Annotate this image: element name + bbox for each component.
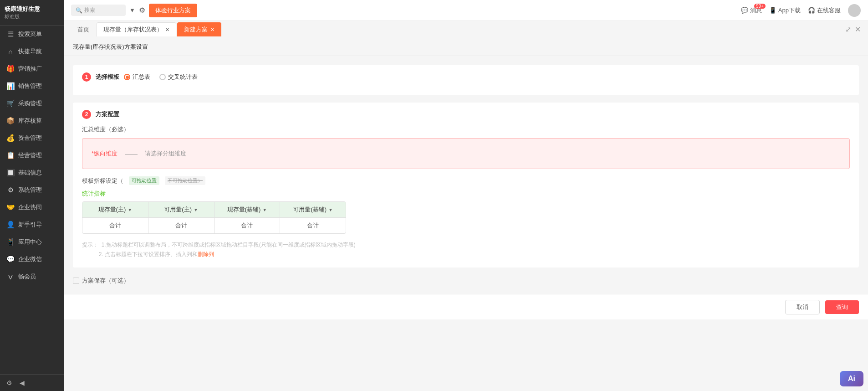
topbar-gear-icon[interactable]: ⚙: [139, 6, 145, 15]
sidebar-item-search-menu[interactable]: ☰搜索菜单: [0, 26, 64, 43]
sidebar-label-search-menu: 搜索菜单: [18, 30, 42, 38]
topbar-dropdown-icon[interactable]: ▼: [129, 7, 135, 14]
save-checkbox[interactable]: [73, 278, 79, 284]
tab-inventory-status[interactable]: 现存量（库存状况表） ✕: [97, 22, 176, 36]
sidebar-item-purchase-mgmt[interactable]: 🛒采购管理: [0, 95, 64, 112]
section2-title: 方案配置: [96, 110, 119, 118]
sidebar-label-enterprise-wechat: 企业微信: [18, 255, 42, 263]
sidebar-label-enterprise: 企业协同: [18, 203, 42, 211]
sidebar-item-finance[interactable]: 💰资金管理: [0, 129, 64, 147]
stats-col-4-label: 可用量(基辅): [293, 206, 327, 214]
sidebar-icon-search-menu: ☰: [6, 30, 15, 38]
topbar-left: 🔍 搜索 ▼ ⚙ 体验行业方案: [71, 4, 736, 17]
sidebar-label-sales-mgmt: 销售管理: [18, 82, 42, 90]
sidebar-label-finance: 资金管理: [18, 134, 42, 142]
sidebar-item-inventory[interactable]: 📦库存核算: [0, 112, 64, 129]
radio-cross[interactable]: 交叉统计表: [159, 73, 198, 81]
tab-inventory-close[interactable]: ✕: [165, 27, 169, 33]
user-avatar[interactable]: [848, 4, 861, 17]
stats-col-3-label: 现存量(基辅): [227, 206, 261, 214]
indicator-label: 模板指标设定（ 可拖动位置 不可拖动位置）: [82, 176, 850, 185]
sidebar-item-basic-info[interactable]: 🔲基础信息: [0, 164, 64, 181]
radio-summary[interactable]: 汇总表: [124, 73, 150, 81]
sidebar-label-vip: 畅会员: [18, 273, 36, 281]
section2-number: 2: [82, 110, 91, 119]
tab-new-scheme[interactable]: 新建方案 ✕: [177, 22, 221, 36]
tab-bar-actions: ⤢ ✕: [845, 25, 861, 34]
cancel-button[interactable]: 取消: [785, 300, 820, 314]
tab-bar: 首页 现存量（库存状况表） ✕ 新建方案 ✕ ⤢ ✕: [64, 21, 868, 38]
topbar-search[interactable]: 🔍 搜索: [71, 5, 126, 16]
sidebar-icon-enterprise-wechat: 💬: [6, 255, 15, 263]
expand-icon[interactable]: ⤢: [845, 25, 851, 34]
stats-col-2-label: 可用量(主): [164, 206, 192, 214]
stats-col-2[interactable]: 可用量(主) ▼: [148, 202, 214, 217]
sidebar-icon-purchase-mgmt: 🛒: [6, 99, 15, 108]
topbar-right: 💬 消息 99+ 📱 App下载 🎧 在线客服: [741, 4, 861, 17]
search-placeholder: 搜索: [84, 6, 95, 14]
sidebar-item-sales-mgmt[interactable]: 📊销售管理: [0, 77, 64, 95]
stats-col-4-dropdown[interactable]: ▼: [328, 207, 333, 212]
customer-service-icon: 🎧: [808, 7, 815, 14]
tag-draggable: 可拖动位置: [129, 176, 159, 185]
sidebar-icon-inventory: 📦: [6, 117, 15, 125]
sidebar-label-inventory: 库存核算: [18, 117, 42, 125]
stats-col-3[interactable]: 现存量(基辅) ▼: [214, 202, 281, 217]
sidebar-item-new-guide[interactable]: 👤新手引导: [0, 216, 64, 233]
sidebar-label-quick-nav: 快捷导航: [18, 47, 42, 56]
query-button[interactable]: 查询: [825, 300, 859, 314]
sidebar-item-quick-nav[interactable]: ⌂快捷导航: [0, 43, 64, 60]
tab-home[interactable]: 首页: [71, 23, 96, 36]
section-template: 1 选择模板 汇总表 交叉统计表: [73, 65, 859, 95]
app-download-button[interactable]: 📱 App下载: [769, 6, 801, 15]
sidebar-item-enterprise[interactable]: 🤝企业协同: [0, 199, 64, 216]
sidebar-icon-marketing: 🎁: [6, 65, 15, 73]
sidebar-item-business-mgmt[interactable]: 📋经营管理: [0, 147, 64, 164]
stats-col-2-dropdown[interactable]: ▼: [194, 207, 198, 212]
tag-non-draggable: 不可拖动位置）: [165, 176, 205, 185]
tab-new-scheme-close[interactable]: ✕: [210, 27, 214, 33]
tip2: 2. 点击标题栏下拉可设置排序、插入列和删除列: [82, 251, 850, 258]
customer-service-button[interactable]: 🎧 在线客服: [808, 6, 841, 15]
stats-col-3-dropdown[interactable]: ▼: [262, 207, 267, 212]
collapse-icon[interactable]: ◀: [20, 379, 25, 386]
sidebar-nav: ☰搜索菜单⌂快捷导航🎁营销推广📊销售管理🛒采购管理📦库存核算💰资金管理📋经营管理…: [0, 26, 64, 374]
indicator-label-text: 模板指标设定（: [82, 177, 123, 185]
sidebar-label-basic-info: 基础信息: [18, 169, 42, 177]
logo-sub: 标准版: [5, 13, 59, 20]
sidebar-icon-app-center: 📱: [6, 238, 15, 246]
tab-home-label: 首页: [77, 26, 89, 34]
stats-cell-1-1: 合计: [82, 218, 148, 233]
ai-button[interactable]: Ai: [840, 371, 863, 386]
settings-icon[interactable]: ⚙: [6, 379, 12, 386]
sidebar-item-system-mgmt[interactable]: ⚙系统管理: [0, 181, 64, 199]
template-radio-group: 汇总表 交叉统计表: [124, 73, 198, 81]
tip-highlight: 删除列: [198, 251, 214, 257]
stats-table-row-1: 合计 合计 合计 合计: [82, 217, 346, 233]
sidebar-item-marketing[interactable]: 🎁营销推广: [0, 60, 64, 77]
topbar: 🔍 搜索 ▼ ⚙ 体验行业方案 💬 消息 99+ 📱 App下载 🎧 在线客服: [64, 0, 868, 21]
dimension-box[interactable]: *纵向维度 —— 请选择分组维度: [82, 138, 850, 169]
sidebar-item-vip[interactable]: V畅会员: [0, 268, 64, 285]
stats-cell-1-2: 合计: [148, 218, 214, 233]
save-label: 方案保存（可选）: [82, 277, 129, 285]
section1-header: 1 选择模板 汇总表 交叉统计表: [82, 72, 850, 82]
sidebar-label-new-guide: 新手引导: [18, 221, 42, 229]
trial-button[interactable]: 体验行业方案: [149, 4, 197, 17]
sidebar-item-enterprise-wechat[interactable]: 💬企业微信: [0, 251, 64, 268]
dimension-label: 汇总维度（必选）: [82, 125, 850, 134]
message-badge: 99+: [754, 4, 766, 9]
message-button[interactable]: 💬 消息 99+: [741, 6, 762, 15]
stats-col-4[interactable]: 可用量(基辅) ▼: [280, 202, 346, 217]
sidebar-item-app-center[interactable]: 📱应用中心: [0, 233, 64, 251]
tips-title: 提示： 1.拖动标题栏可以调整布局，不可跨维度或指标区域拖动栏目字段(只能在同一…: [82, 242, 356, 248]
tips-section: 提示： 1.拖动标题栏可以调整布局，不可跨维度或指标区域拖动栏目字段(只能在同一…: [82, 241, 850, 258]
dimension-arrow: ——: [125, 150, 138, 157]
dimension-required: *纵向维度: [92, 149, 117, 158]
sidebar-label-app-center: 应用中心: [18, 238, 42, 246]
stats-col-1[interactable]: 现存量(主) ▼: [82, 202, 148, 217]
footer-bar: 取消 查询: [64, 294, 868, 319]
minimize-icon[interactable]: ✕: [855, 25, 861, 34]
stats-col-1-dropdown[interactable]: ▼: [128, 207, 132, 212]
stats-cell-1-3: 合计: [214, 218, 281, 233]
